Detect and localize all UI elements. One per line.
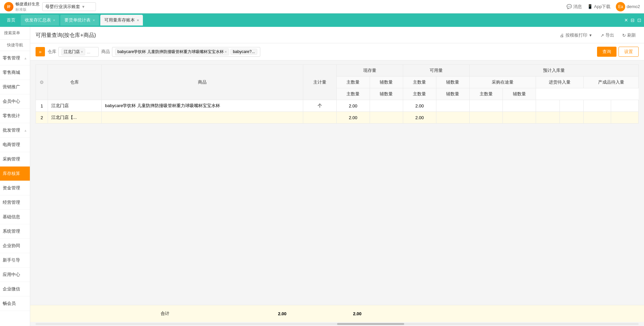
chevron-down-icon: ▼ (589, 33, 592, 37)
search-menu-btn[interactable]: 搜索菜单 (3, 30, 27, 37)
logo-icon: 好 (4, 2, 13, 11)
row-ip-main (536, 112, 560, 124)
row-unit: 个 (303, 100, 336, 112)
tab-available-stock[interactable]: 可用量库存账本 × (100, 15, 143, 26)
horizontal-scrollbar[interactable] (30, 322, 644, 326)
minimize-btn[interactable]: × (624, 17, 628, 24)
content-area: 可用量查询(按仓库+商品) 🖨 按模板打印 ▼ ↗ 导出 ↻ 刷新 (30, 27, 644, 326)
export-btn[interactable]: ↗ 导出 (598, 31, 617, 40)
app-download-icon: 📱 (587, 4, 593, 9)
filter-bar: » 仓库 江北门店 × ... 商品 babycare学饮杯 儿童防摔防撞吸管杯… (30, 43, 644, 60)
scroll-thumb[interactable] (337, 323, 404, 325)
page-title: 可用量查询(按仓库+商品) (36, 32, 96, 42)
sidebar-item-inventory[interactable]: 库存核算 (0, 167, 30, 181)
avatar: Ea (616, 2, 625, 11)
gear-icon[interactable]: ⚙ (40, 80, 44, 85)
col-header-incoming-main: 主数量 (403, 88, 436, 100)
remove-product1-icon[interactable]: × (225, 50, 227, 54)
close-icon[interactable]: × (93, 18, 95, 22)
col-header-purchase-transit: 采购在途量 (470, 77, 536, 88)
sidebar-item-onboarding[interactable]: 新手引导 (0, 253, 30, 268)
top-bar-right: 💬 消息 📱 App下载 Ea demo2 (567, 2, 640, 11)
chevron-icon: ▲ (24, 56, 27, 60)
row-fp-aux (611, 100, 639, 112)
sidebar-item-system[interactable]: 系统管理 (0, 224, 30, 239)
table-settings-header: ⚙ (36, 65, 48, 100)
print-icon: 🖨 (560, 33, 564, 38)
tab-home[interactable]: 首页 (3, 15, 19, 26)
tab-receivable-summary[interactable]: 收发存汇总表 × (21, 15, 59, 26)
maximize-btn[interactable]: ⊡ (637, 17, 641, 23)
row-stock-aux (370, 112, 403, 124)
col-header-incoming-aux: 辅数量 (436, 88, 469, 100)
sidebar-item-app-center[interactable]: 应用中心 (0, 268, 30, 282)
warehouse-filter-field: 仓库 江北门店 × ... (48, 47, 99, 57)
sidebar-item-operations[interactable]: 经营管理 (0, 195, 30, 210)
product-input[interactable]: babycare学饮杯 儿童防摔防撞吸管杯重力球吸嘴杯宝宝水杯 × babyca… (112, 47, 260, 57)
close-icon[interactable]: × (53, 18, 55, 22)
col-header-warehouse: 仓库 (48, 65, 102, 100)
company-selector[interactable]: 母婴行业演示账套 ▼ (42, 2, 96, 11)
row-pt-aux (503, 112, 536, 124)
warehouse-tag: 江北门店 × (61, 48, 85, 55)
row-warehouse: 江北门店【... (48, 112, 102, 124)
row-fp-main (584, 112, 611, 124)
table-footer: 合计 2.00 2.00 (30, 305, 644, 322)
app-download-btn[interactable]: 📱 App下载 (587, 4, 610, 10)
sidebar-item-member-center[interactable]: 会员中心 (0, 94, 30, 109)
sidebar-item-enterprise-collab[interactable]: 企业协同 (0, 239, 30, 253)
row-index: 2 (36, 112, 48, 124)
row-unit (303, 112, 336, 124)
row-ip-aux (560, 100, 584, 112)
sidebar-item-retail-mall[interactable]: 零售商城 (0, 65, 30, 80)
sidebar-item-wholesale-mgmt[interactable]: 批发管理 ▲ (0, 123, 30, 138)
sidebar-item-marketing[interactable]: 营销推广 (0, 80, 30, 94)
message-btn[interactable]: 💬 消息 (567, 4, 582, 10)
col-header-purchase-transit-main: 主数量 (336, 88, 370, 100)
sidebar-item-retail-stats[interactable]: 零售统计 (0, 109, 30, 123)
top-bar: 好 畅捷通好生意 标准版 母婴行业演示账套 ▼ 💬 消息 📱 App下载 Ea … (0, 0, 644, 13)
col-header-product: 商品 (101, 65, 303, 100)
col-header-purchase-transit-aux: 辅数量 (370, 88, 403, 100)
sidebar-search-area: 搜索菜单 (0, 27, 30, 40)
quick-nav-btn[interactable]: 快捷导航 (0, 40, 30, 51)
col-header-current-stock: 现存量 (336, 65, 403, 77)
sidebar-item-finance[interactable]: 资金管理 (0, 181, 30, 195)
col-header-avail-main: 主数量 (403, 77, 436, 88)
refresh-btn[interactable]: ↻ 刷新 (620, 31, 639, 40)
settings-button[interactable]: 设置 (619, 47, 639, 57)
warehouse-input[interactable]: 江北门店 × ... (58, 47, 99, 57)
chevron-down-icon: ▼ (82, 5, 85, 9)
sidebar-item-basic-info[interactable]: 基础信息 (0, 210, 30, 224)
sidebar-item-ecommerce[interactable]: 电商管理 (0, 138, 30, 152)
col-header-finished-pending: 产成品待入量 (584, 77, 639, 88)
footer-avail-main: 2.00 (338, 308, 376, 319)
row-warehouse: 江北门店 (48, 100, 102, 112)
remove-warehouse-icon[interactable]: × (81, 50, 83, 54)
query-button[interactable]: 查询 (597, 47, 616, 57)
row-avail-main: 2.00 (403, 100, 436, 112)
sidebar-item-retail-mgmt[interactable]: 零售管理 ▲ (0, 51, 30, 65)
filter-expand-btn[interactable]: » (36, 47, 45, 56)
row-pt-aux (503, 100, 536, 112)
user-profile[interactable]: Ea demo2 (616, 2, 640, 11)
close-icon[interactable]: × (137, 18, 139, 22)
sidebar-item-member[interactable]: 畅会员 (0, 296, 30, 311)
footer-table: 合计 2.00 2.00 (36, 308, 639, 319)
message-icon: 💬 (567, 4, 572, 9)
restore-btn[interactable]: ⊟ (631, 17, 635, 23)
tab-order-stats[interactable]: 要货单统计表 × (60, 15, 99, 26)
table-row: 1 江北门店 babycare学饮杯 儿童防摔防撞吸管杯重力球吸嘴杯宝宝水杯 个… (36, 100, 639, 112)
main-layout: 搜索菜单 快捷导航 零售管理 ▲ 零售商城 营销推广 会员中心 零售统计 批发管… (0, 27, 644, 326)
product-filter-field: 商品 babycare学饮杯 儿童防摔防撞吸管杯重力球吸嘴杯宝宝水杯 × bab… (101, 47, 260, 57)
filter-actions: 查询 设置 (597, 47, 639, 57)
print-btn[interactable]: 🖨 按模板打印 ▼ (557, 31, 595, 40)
refresh-icon: ↻ (622, 33, 626, 38)
sidebar-item-wecom[interactable]: 企业微信 (0, 282, 30, 296)
row-pt-main (470, 112, 503, 124)
col-header-stock-aux: 辅数量 (370, 77, 403, 88)
logo-area: 好 畅捷通好生意 标准版 (4, 1, 40, 12)
col-header-available: 可用量 (403, 65, 469, 77)
sidebar-item-purchase-mgmt[interactable]: 采购管理 (0, 152, 30, 167)
export-icon: ↗ (600, 33, 604, 38)
